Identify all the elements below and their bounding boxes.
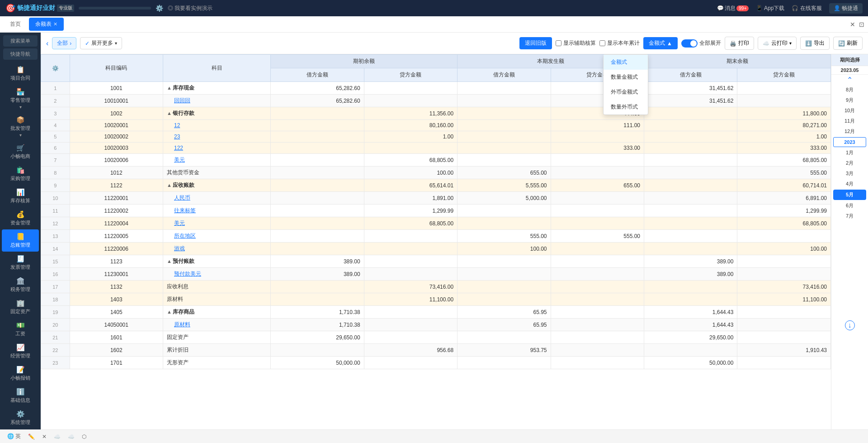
quick-nav[interactable]: 快捷导航 [3, 48, 38, 60]
tab-home[interactable]: 首页 [4, 18, 27, 31]
cloud-print-btn[interactable]: ☁️ 云打印 ▾ [758, 37, 797, 50]
status-text-4[interactable]: ☁️ [54, 433, 61, 440]
expand-more-btn[interactable]: ✓ 展开更多 ▾ [80, 37, 122, 49]
ytd-check-label[interactable]: 显示本年累计 [599, 39, 640, 47]
back-old-version-btn[interactable]: 退回旧版 [519, 37, 552, 49]
period-item-8[interactable]: 8月 [831, 85, 868, 95]
sidebar-item-invoice[interactable]: 🧾 发票管理 [0, 252, 41, 274]
cell-name[interactable]: 预付款美元 [163, 268, 270, 281]
tab-window-maximize[interactable]: ⊡ [859, 21, 864, 28]
period-year-2023-05: 2023.05 [831, 66, 868, 75]
period-item-9[interactable]: 9月 [831, 95, 868, 105]
cell-name[interactable]: 美元 [163, 154, 270, 167]
cell-name[interactable]: 美元 [163, 217, 270, 230]
cell-closing-debit: 389.00 [644, 268, 737, 281]
period-item-6[interactable]: 6月 [831, 200, 868, 211]
nav-back-icon[interactable]: ‹ [46, 39, 48, 48]
cell-period-credit: 555.00 [551, 230, 644, 243]
cell-name[interactable]: 23 [163, 131, 270, 143]
sidebar-item-inventory[interactable]: 📊 库存核算 [0, 185, 41, 207]
cell-name: 其他货币资金 [163, 167, 270, 179]
tab-window-close[interactable]: ✕ [850, 21, 855, 28]
period-item-year-2023[interactable]: 2023 [833, 137, 866, 147]
cell-name[interactable]: 往来标签 [163, 205, 270, 217]
cell-period-debit: 655.00 [458, 167, 551, 179]
period-item-12[interactable]: 12月 [831, 126, 868, 137]
cell-name[interactable]: 所在地区 [163, 230, 270, 243]
print-btn[interactable]: 🖨️ 打印 [725, 37, 754, 50]
cell-num: 6 [41, 143, 70, 154]
cell-opening-credit: 73,416.00 [364, 281, 457, 293]
status-text-1[interactable]: 🌐 英 [7, 433, 21, 440]
sidebar-item-ledger[interactable]: 📒 总账管理 [2, 229, 39, 252]
tab-close-icon[interactable]: ✕ [53, 21, 57, 27]
period-item-7[interactable]: 7月 [831, 211, 868, 221]
sidebar-item-funds[interactable]: 💰 资金管理 [0, 207, 41, 229]
col-settings[interactable]: ⚙️ [41, 55, 70, 82]
aux-check-label[interactable]: 显示辅助核算 [556, 39, 596, 47]
cell-opening-debit: 29,650.00 [271, 331, 364, 344]
sidebar-item-assets[interactable]: 🏢 固定资产 [0, 296, 41, 318]
period-item-3[interactable]: 3月 [831, 168, 868, 179]
sidebar-item-wholesale[interactable]: 📦 批发管理 ▾ [0, 113, 41, 141]
dropdown-item-qty-amount[interactable]: 数量金额式 [604, 70, 648, 85]
cell-num: 7 [41, 154, 70, 167]
sidebar-item-salary[interactable]: 💵 工资 [0, 318, 41, 340]
expand-all-toggle[interactable]: 全部展开 [681, 39, 721, 48]
toggle-switch[interactable] [681, 39, 698, 48]
sidebar-item-tax[interactable]: 🏛️ 税务管理 [0, 274, 41, 296]
sidebar-item-basic[interactable]: ℹ️ 基础信息 [0, 385, 41, 407]
cell-closing-credit: 73,416.00 [737, 281, 831, 293]
cell-name[interactable]: 游戏 [163, 243, 270, 255]
demo-link[interactable]: ◎ 我要看实例演示 [168, 5, 212, 12]
service-btn[interactable]: 🎧 在线客服 [792, 5, 821, 12]
sidebar-item-retail[interactable]: 🏪 零售管理 ▾ [0, 85, 41, 113]
status-text-3[interactable]: ✕ [42, 433, 47, 440]
search-menu[interactable]: 搜索菜单 [3, 35, 38, 47]
sidebar-item-purchase[interactable]: 🛍️ 采购管理 [0, 163, 41, 185]
period-item-4[interactable]: 4月 [831, 179, 868, 189]
dropdown-item-amount[interactable]: 金额式 [604, 55, 648, 70]
period-scroll-down[interactable]: ↓ [845, 320, 855, 330]
period-item-10[interactable]: 10月 [831, 105, 868, 116]
cell-name[interactable]: 原材料 [163, 319, 270, 331]
export-btn[interactable]: ⬇️ 导出 [800, 37, 830, 50]
dropdown-item-fx-amount[interactable]: 外币金额式 [604, 85, 648, 100]
col-opening-debit: 借方金额 [271, 68, 364, 82]
cell-opening-credit: 68,805.00 [364, 154, 457, 167]
cell-name[interactable]: 回回回 [163, 95, 270, 107]
cell-name[interactable]: 122 [163, 143, 270, 154]
cell-name[interactable]: 人民币 [163, 192, 270, 205]
user-avatar[interactable]: 👤 畅捷通 [829, 3, 863, 14]
message-btn[interactable]: 💬 消息 99+ [717, 5, 749, 12]
cell-closing-credit: 1,910.43 [737, 344, 831, 357]
breadcrumb-all[interactable]: 全部 › [52, 37, 76, 49]
aux-checkbox[interactable] [556, 40, 561, 46]
sidebar-item-ecommerce[interactable]: 🛒 小畅电商 [0, 141, 41, 163]
ytd-checkbox[interactable] [599, 40, 605, 46]
cell-opening-debit: 50,000.00 [271, 357, 364, 369]
status-text-2[interactable]: ✏️ [28, 433, 35, 440]
refresh-btn[interactable]: 🔄 刷新 [833, 37, 863, 50]
cell-closing-credit: 68,805.00 [737, 217, 831, 230]
cell-name[interactable]: 12 [163, 120, 270, 131]
tab-balance[interactable]: 余额表 ✕ [29, 18, 64, 31]
sidebar-item-operations[interactable]: 📈 经营管理 [0, 340, 41, 362]
sidebar-item-system[interactable]: ⚙️ 系统管理 [0, 407, 41, 429]
status-text-5[interactable]: ☁️ [68, 433, 75, 440]
dropdown-item-qty-fx[interactable]: 数量外币式 [604, 100, 648, 114]
sidebar-item-expense[interactable]: 📝 小畅报销 [0, 362, 41, 385]
period-item-2[interactable]: 2月 [831, 158, 868, 168]
period-item-1[interactable]: 1月 [831, 148, 868, 158]
period-item-5-active[interactable]: 5月 [833, 190, 866, 200]
period-scroll-up[interactable]: ⌃ [831, 75, 868, 85]
status-text-6[interactable]: ⬡ [82, 433, 86, 440]
cell-period-credit [551, 344, 644, 357]
cell-num: 13 [41, 230, 70, 243]
style-btn[interactable]: 金额式 ▲ [643, 37, 678, 49]
sidebar-item-project[interactable]: 📋 项目合同 [0, 62, 41, 85]
message-badge: 99+ [736, 5, 749, 11]
settings-icon[interactable]: ⚙️ [156, 5, 163, 12]
download-btn[interactable]: 📱 App下载 [756, 5, 784, 12]
period-item-11[interactable]: 11月 [831, 116, 868, 126]
